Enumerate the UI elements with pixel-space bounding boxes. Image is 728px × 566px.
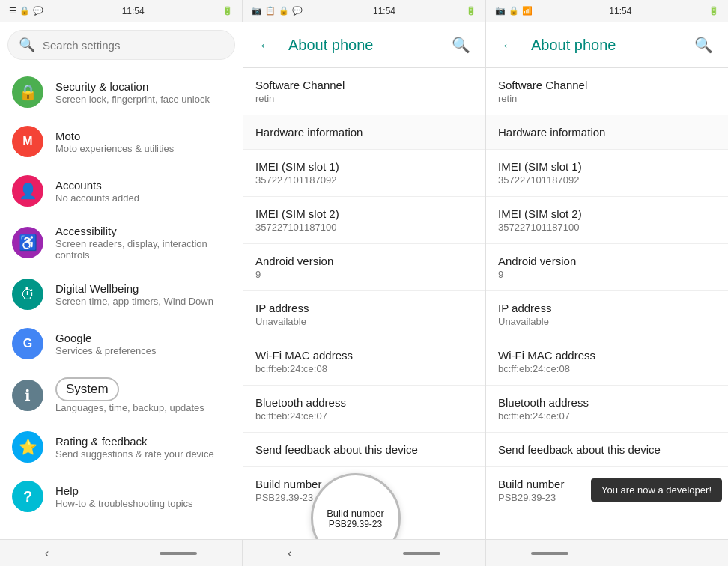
android-version-item-right[interactable]: Android version 9 — [486, 244, 728, 291]
imei2-item-mid[interactable]: IMEI (SIM slot 2) 357227101187100 — [243, 197, 485, 244]
build-circle-title: Build number — [327, 508, 384, 519]
digital-wellbeing-icon: ⏱ — [12, 279, 43, 310]
sidebar-item-system[interactable]: ℹ System Languages, time, backup, update… — [0, 368, 243, 422]
android-version-value-mid: 9 — [255, 269, 473, 280]
search-button-middle[interactable]: 🔍 — [449, 33, 473, 57]
software-channel-item-mid[interactable]: Software Channel retin — [243, 68, 485, 115]
android-version-item-mid[interactable]: Android version 9 — [243, 244, 485, 291]
nav-back-left[interactable]: ‹ — [45, 547, 49, 560]
search-input[interactable] — [43, 39, 224, 52]
status-panel-left: ☰ 🔒 💬 11:54 🔋 — [0, 0, 243, 22]
imei2-value-right: 357227101187100 — [498, 222, 716, 233]
lock-icon-right: 🔒 — [509, 6, 519, 16]
software-channel-item-right[interactable]: Software Channel retin — [486, 68, 728, 115]
ip-address-label-right: IP address — [498, 302, 716, 314]
back-button-middle[interactable]: ← — [255, 34, 276, 57]
imei1-value-mid: 357227101187092 — [255, 174, 473, 186]
msg-icon: 💬 — [33, 6, 43, 16]
settings-panel: 🔍 🔒 Security & location Screen lock, fin… — [0, 22, 243, 539]
ip-address-item-mid[interactable]: IP address Unavailable — [243, 291, 485, 338]
status-icons-left: ☰ 🔒 💬 — [9, 6, 43, 16]
software-channel-label-mid: Software Channel — [255, 79, 473, 91]
search-icon: 🔍 — [19, 37, 35, 53]
search-button-right[interactable]: 🔍 — [691, 33, 716, 57]
bluetooth-value-mid: bc:ff:eb:24:ce:07 — [255, 410, 473, 422]
help-subtitle: How-to & troubleshooting topics — [55, 498, 231, 509]
feedback-item-right[interactable]: Send feedback about this device — [486, 433, 728, 467]
bluetooth-item-right[interactable]: Bluetooth address bc:ff:eb:24:ce:07 — [486, 386, 728, 433]
feedback-item-mid[interactable]: Send feedback about this device — [243, 433, 485, 467]
google-icon: G — [12, 328, 43, 359]
panel-header-middle: ← About phone 🔍 — [243, 22, 485, 68]
hardware-info-label-mid: Hardware information — [255, 126, 473, 139]
status-right-icons-left: 🔋 — [222, 6, 233, 16]
hardware-info-label-right: Hardware information — [498, 126, 716, 139]
search-bar[interactable]: 🔍 — [7, 30, 235, 60]
panel-content-right: Software Channel retin Hardware informat… — [486, 68, 728, 539]
wifi-mac-item-right[interactable]: Wi-Fi MAC address bc:ff:eb:24:ce:08 — [486, 338, 728, 386]
wifi-mac-item-mid[interactable]: Wi-Fi MAC address bc:ff:eb:24:ce:08 — [243, 338, 485, 386]
moto-icon: M — [12, 126, 43, 157]
sidebar-item-accessibility[interactable]: ♿ Accessibility Screen readers, display,… — [0, 216, 243, 270]
panel-header-right: ← About phone 🔍 — [486, 22, 728, 68]
bluetooth-label-right: Bluetooth address — [498, 396, 716, 409]
android-version-value-right: 9 — [498, 269, 716, 280]
software-channel-value-mid: retin — [255, 93, 473, 104]
rating-subtitle: Send suggestions & rate your device — [55, 448, 231, 460]
imei1-item-right[interactable]: IMEI (SIM slot 1) 357227101187092 — [486, 150, 728, 197]
system-icon: ℹ — [12, 380, 43, 411]
nav-bar: ‹ ‹ — [0, 539, 728, 566]
sidebar-item-google[interactable]: G Google Services & preferences — [0, 319, 243, 368]
sidebar-item-rating[interactable]: ⭐ Rating & feedback Send suggestions & r… — [0, 422, 243, 472]
software-channel-value-right: retin — [498, 93, 716, 104]
sidebar-item-digital-wellbeing[interactable]: ⏱ Digital Wellbeing Screen time, app tim… — [0, 270, 243, 319]
about-panel-right: ← About phone 🔍 Software Channel retin H… — [486, 22, 728, 539]
status-time-left: 11:54 — [122, 6, 145, 16]
help-title: Help — [55, 484, 231, 497]
moto-title: Moto — [55, 130, 231, 142]
build-number-item-mid[interactable]: Build number PSB29.39-23 Build number PS… — [243, 467, 485, 539]
msg-icon-mid: 💬 — [292, 6, 303, 16]
bluetooth-label-mid: Bluetooth address — [255, 396, 473, 409]
system-bubble-label: System — [55, 377, 119, 401]
status-panel-right: 📷 🔒 📶 11:54 🔋 — [486, 0, 728, 22]
system-subtitle: Languages, time, backup, updates — [55, 402, 231, 413]
developer-toast: You are now a developer! — [591, 478, 722, 502]
ip-address-value-mid: Unavailable — [255, 316, 473, 327]
lock-icon: 🔒 — [19, 6, 30, 16]
sidebar-item-help[interactable]: ? Help How-to & troubleshooting topics — [0, 472, 243, 521]
nav-section-right — [486, 540, 728, 566]
ip-address-item-right[interactable]: IP address Unavailable — [486, 291, 728, 338]
accounts-title: Accounts — [55, 179, 231, 192]
back-button-right[interactable]: ← — [498, 34, 519, 57]
imei2-value-mid: 357227101187100 — [255, 222, 473, 233]
sidebar-item-moto[interactable]: M Moto Moto experiences & utilities — [0, 117, 243, 166]
status-panel-mid: 📷 📋 🔒 💬 11:54 🔋 — [243, 0, 485, 22]
imei2-label-right: IMEI (SIM slot 2) — [498, 207, 716, 220]
status-time-right: 11:54 — [609, 6, 631, 16]
clip-icon: 📋 — [265, 6, 276, 16]
build-circle-value: PSB29.39-23 — [329, 519, 382, 529]
help-icon: ? — [12, 481, 43, 512]
main-layout: 🔍 🔒 Security & location Screen lock, fin… — [0, 22, 728, 539]
ip-address-label-mid: IP address — [255, 302, 473, 314]
ip-address-value-right: Unavailable — [498, 316, 716, 327]
imei2-label-mid: IMEI (SIM slot 2) — [255, 207, 473, 220]
imei1-item-mid[interactable]: IMEI (SIM slot 1) 357227101187092 — [243, 150, 485, 197]
battery-icon-mid: 🔋 — [466, 6, 476, 16]
nav-pill-left — [160, 552, 197, 555]
nav-back-mid[interactable]: ‹ — [288, 547, 291, 560]
status-bar: ☰ 🔒 💬 11:54 🔋 📷 📋 🔒 💬 11:54 🔋 📷 🔒 📶 11:5… — [0, 0, 728, 22]
software-channel-label-right: Software Channel — [498, 79, 716, 91]
about-panel-middle: ← About phone 🔍 Software Channel retin H… — [243, 22, 486, 539]
imei1-label-mid: IMEI (SIM slot 1) — [255, 160, 473, 173]
bluetooth-item-mid[interactable]: Bluetooth address bc:ff:eb:24:ce:07 — [243, 386, 485, 433]
nav-pill-mid — [403, 552, 440, 555]
battery-icon-left: 🔋 — [222, 6, 233, 16]
signal-icon: 📶 — [522, 6, 533, 16]
sidebar-item-security[interactable]: 🔒 Security & location Screen lock, finge… — [0, 67, 243, 117]
sidebar-item-accounts[interactable]: 👤 Accounts No accounts added — [0, 166, 243, 216]
imei2-item-right[interactable]: IMEI (SIM slot 2) 357227101187100 — [486, 197, 728, 244]
android-version-label-mid: Android version — [255, 255, 473, 267]
bluetooth-value-right: bc:ff:eb:24:ce:07 — [498, 410, 716, 422]
